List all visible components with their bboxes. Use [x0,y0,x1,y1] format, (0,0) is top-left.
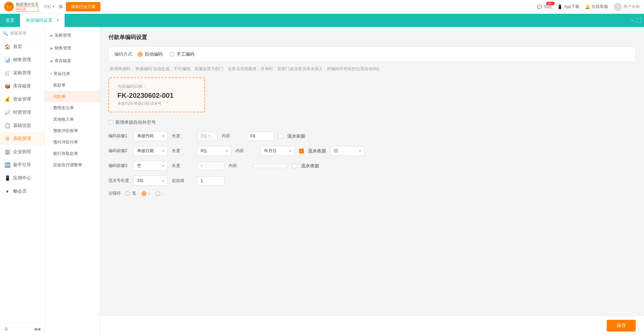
sidebar-item-operations[interactable]: 📈 经营管理 [0,106,45,119]
radio-auto-encoding[interactable]: 自动编码 [138,51,163,57]
sub-group-inventory: ▶ 库存核算 [45,55,100,67]
sub-group-title-capital[interactable]: ▾ 资金往来 [45,68,100,80]
encoding-radio-group: 自动编码 手工编码 [138,51,194,57]
sub-item-receivable-adjust[interactable]: 应收应付调整单 [45,159,100,171]
bottom-bar: 保存 [100,316,644,335]
guide-icon: 🆕 [4,162,10,168]
prefix2-extra-select[interactable]: 日 ▾ [330,146,365,156]
sep-dash[interactable]: - [142,191,150,196]
nav-dropdown[interactable]: 导航 ▾ [41,3,57,11]
chevron-down-icon: ▾ [162,149,164,153]
chevron-down-icon: ▾ [201,164,203,168]
message-icon: 💬 [537,4,542,9]
prefix1-checkbox-label: 流水依据 [287,133,305,139]
sidebar-item-guide[interactable]: 🆕 新手引导 [0,158,45,171]
online-service-icon: 🔔 [585,4,590,9]
auto-fill-checkbox[interactable] [108,120,113,125]
user-info[interactable]: 用户名称 [614,3,640,11]
prefix2-length-select[interactable]: 8位 ▾ [197,146,231,156]
sub-item-payment[interactable]: 付款单 [45,91,100,102]
sidebar-item-enterprise[interactable]: 🏢 企业协同 [0,145,45,158]
prefix2-select-value: 单据日期 [137,148,154,154]
app-download-item[interactable]: 📱 App下载 [557,4,579,10]
radio-auto-dot [138,52,143,57]
sub-item-expense[interactable]: 费用支出单 [45,102,100,114]
settings-bottom-icon[interactable]: ⚙ [4,326,8,332]
auto-fill-row: 新增单据自动补空号 [108,119,636,125]
sidebar-item-label: 经营管理 [13,109,31,115]
prefix3-select[interactable]: 空 ▾ [133,161,168,171]
prefix1-checkbox[interactable] [278,134,283,139]
page-title: 付款单编码设置 [108,34,636,41]
sidebar-item-label: 库存核算 [13,83,31,89]
sub-group-title-inventory[interactable]: ▶ 库存核算 [45,55,100,67]
tab-home[interactable]: 首页 [0,14,20,27]
sidebar-item-purchase[interactable]: 🛒 采购管理 [0,66,45,80]
prefix3-length-label: 长度 [172,163,193,169]
tab-home-label: 首页 [6,17,15,24]
sidebar-item-home[interactable]: 🏠 首页 [0,40,45,53]
prefix2-checkbox[interactable]: ✓ [299,149,304,153]
prefix3-content-input[interactable] [253,164,288,168]
start-value-input[interactable] [197,176,224,185]
tab-encoding-settings[interactable]: 单据编码设置 × [20,14,65,27]
sidebar-item-basic-info[interactable]: 📋 基础信息 [0,119,45,132]
sidebar-item-label: 畅会员 [13,188,27,194]
app-download-label: App下载 [564,4,579,10]
notice-text: 新增单据时，'单据编码'自动生成，不可编辑。前缀设置为部门、业务员等档案类，开单… [108,66,636,72]
sub-item-prepay-receivable[interactable]: 预收冲应收单 [45,125,100,137]
radio-manual-encoding[interactable]: 手工编码 [170,51,194,57]
prefix3-checkbox[interactable] [292,164,297,168]
sidebar-item-label: 资金管理 [13,96,31,102]
sidebar-item-app-center[interactable]: 📱 应用中心 [0,171,45,185]
app-center-icon: 📱 [4,175,10,181]
sidebar-item-inventory[interactable]: 📦 库存核算 [0,80,45,93]
prefix1-content-label: 内容 [222,133,242,139]
maximize-icon[interactable]: ⛶ [636,18,641,23]
serial-length-select[interactable]: 3位 ▾ [133,176,168,186]
sidebar-search[interactable]: 🔍 搜索菜单 [0,27,45,40]
sidebar-item-label: 销售管理 [13,57,31,63]
sidebar-item-finance[interactable]: 💰 资金管理 [0,93,45,106]
prefix1-content-value: FK [250,134,256,139]
sub-group-title-purchase[interactable]: ▶ 采购管理 [45,30,100,41]
sub-item-prepay-payable[interactable]: 预付冲应付单 [45,137,100,148]
sub-item-receipt[interactable]: 收款单 [45,80,100,91]
message-badge: 99+ [546,2,554,5]
serial-length-row: 流水号长度 3位 ▾ 起始值 [108,176,636,186]
sidebar-item-membership[interactable]: ♦ 畅会员 [0,185,45,198]
prefix3-select-value: 空 [137,163,141,169]
chevron-down-icon: ▾ [162,179,164,183]
minimize-icon[interactable]: − [631,18,634,23]
sub-group-label: 采购管理 [55,32,71,38]
sep-none[interactable]: 无 [125,190,136,196]
sidebar-item-system[interactable]: ⚙ 系统管理 [0,132,45,145]
message-item[interactable]: 💬 消息 99+ [537,4,552,10]
online-service-item[interactable]: 🔔 在线客服 [585,4,608,10]
prefix3-checkbox-label: 流水依据 [301,163,319,169]
prefix1-select[interactable]: 单据代码 ▾ [133,131,168,141]
sub-item-bank-deposit[interactable]: 银行存取款单 [45,148,100,159]
collapse-icon[interactable]: ◀◀ [33,326,40,332]
settings-icon[interactable]: ⚙ [59,4,63,9]
sub-item-other-income[interactable]: 其他收入单 [45,114,100,125]
sidebar-item-label: 基础信息 [13,122,31,129]
sep-dot-label: . [162,191,163,196]
purchase-icon: 🛒 [4,70,10,76]
operations-icon: 📈 [4,109,10,115]
config-row-prefix3: 编码前缀3 空 ▾ 长度 ▾ 内容 流水依据 [108,161,636,171]
tab-close-icon[interactable]: × [57,18,59,23]
prefix2-select[interactable]: 单据日期 ▾ [133,146,168,156]
save-button[interactable]: 保存 [607,320,636,332]
sidebar-menu: 🏠 首页 📊 销售管理 🛒 采购管理 📦 库存核算 💰 资金管理 📈 经 [0,40,45,323]
sub-group-title-sales[interactable]: ▶ 销售管理 [45,43,100,54]
prefix2-content-select[interactable]: 年月日 ▾ [260,146,295,156]
sidebar-item-label: 首页 [13,44,22,50]
trial-button[interactable]: 体验行业方案 [66,2,100,11]
sidebar-item-label: 企业协同 [13,149,31,155]
sidebar-item-sales[interactable]: 📊 销售管理 [0,53,45,66]
serial-length-value: 3位 [137,178,144,184]
sep-dot[interactable]: . [155,191,163,196]
brand-badge: 精品版 [16,7,39,12]
prefix3-length-field[interactable]: ▾ [197,161,224,170]
